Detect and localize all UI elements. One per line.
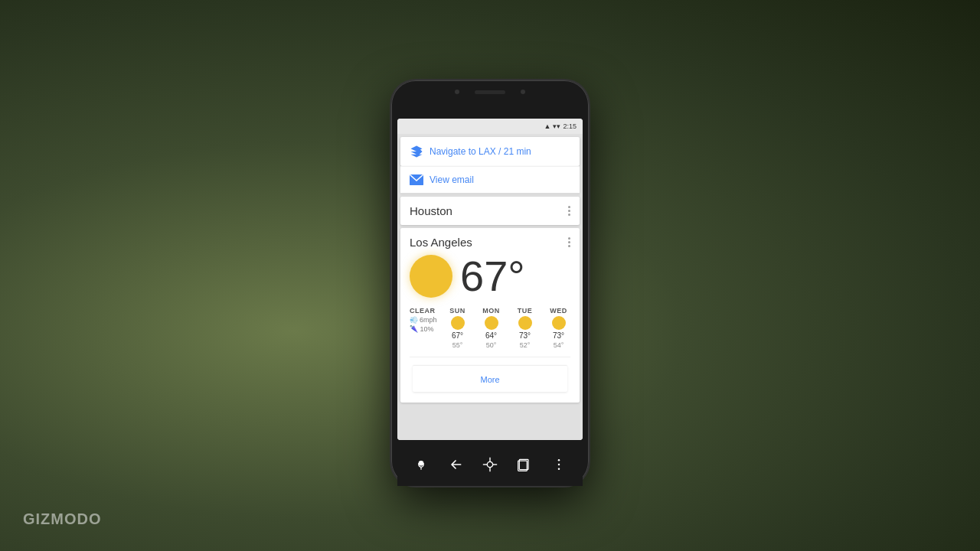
temperature-display: 67° xyxy=(460,255,525,298)
back-button[interactable] xyxy=(443,452,468,477)
day-wed-high: 73° xyxy=(553,331,564,340)
speaker-grille xyxy=(475,90,505,94)
overflow-menu-button[interactable] xyxy=(547,452,571,477)
day-mon-label: MON xyxy=(482,307,500,315)
precipitation-info: 🌂 10% xyxy=(410,325,437,333)
forecast-day-tue: TUE 73° 52° xyxy=(511,307,540,349)
gizmodo-watermark: GIZMODO xyxy=(23,510,102,528)
mic-button[interactable] xyxy=(409,452,433,477)
svg-point-4 xyxy=(487,461,492,467)
sensor xyxy=(521,90,525,94)
weather-overflow-menu[interactable] xyxy=(568,237,570,247)
day-tue-low: 52° xyxy=(520,341,531,349)
day-mon-high: 64° xyxy=(485,331,497,340)
recents-button[interactable] xyxy=(512,452,537,477)
navigate-icon xyxy=(410,145,423,158)
home-button[interactable] xyxy=(478,452,502,477)
weather-card[interactable]: Los Angeles 67° xyxy=(400,228,580,403)
overflow-menu-icon xyxy=(551,457,567,472)
wifi-icon: ▾▾ xyxy=(553,122,560,130)
android-nav-bar xyxy=(397,443,583,486)
forecast-row: SUN 67° 55° MON 64° 50° xyxy=(443,307,573,349)
forecast-day-wed: WED 73° 54° xyxy=(544,307,573,349)
phone-screen: ▲ ▾▾ 2:15 Navigate to LAX / 21 min xyxy=(397,119,583,440)
divider-1 xyxy=(400,193,580,194)
cards-area[interactable]: Navigate to LAX / 21 min View email xyxy=(397,134,583,440)
email-icon xyxy=(410,174,423,185)
email-link-text: View email xyxy=(430,174,474,185)
day-sun-label: SUN xyxy=(449,307,466,315)
precip-icon: 🌂 xyxy=(410,325,418,333)
navigate-text: Navigate to LAX / 21 min xyxy=(430,146,531,157)
phone-device: ▲ ▾▾ 2:15 Navigate to LAX / 21 min xyxy=(391,80,589,486)
status-icons: ▲ ▾▾ 2:15 xyxy=(544,122,577,130)
navigate-card[interactable]: Navigate to LAX / 21 min xyxy=(400,137,580,166)
weather-city-name: Los Angeles xyxy=(410,236,472,249)
day-sun-high: 67° xyxy=(452,331,463,340)
wind-info: 💨 6mph xyxy=(410,316,437,324)
day-tue-high: 73° xyxy=(519,331,531,340)
day-sun-icon xyxy=(451,316,465,330)
day-tue-icon xyxy=(518,316,532,330)
scene: ▲ ▾▾ 2:15 Navigate to LAX / 21 min xyxy=(0,0,980,551)
time-display: 2:15 xyxy=(563,122,577,130)
signal-icon: ▲ xyxy=(544,122,551,130)
more-weather-button[interactable]: More xyxy=(413,365,567,392)
day-tue-label: TUE xyxy=(518,307,533,315)
condition-label: CLEAR xyxy=(410,307,437,315)
wind-speed: 6mph xyxy=(420,316,437,324)
home-icon xyxy=(482,456,498,473)
condition-details: CLEAR 💨 6mph 🌂 10% xyxy=(410,307,437,333)
phone-top xyxy=(455,90,525,94)
recents-icon xyxy=(517,457,532,472)
sun-icon xyxy=(410,255,452,298)
day-wed-low: 54° xyxy=(554,341,564,349)
precip-value: 10% xyxy=(420,325,434,333)
day-sun-low: 55° xyxy=(452,341,463,349)
current-conditions: CLEAR 💨 6mph 🌂 10% xyxy=(410,307,570,357)
dot-6 xyxy=(568,245,570,247)
forecast-day-mon: MON 64° 50° xyxy=(477,307,506,349)
dot-1 xyxy=(568,206,570,208)
svg-point-11 xyxy=(558,459,560,461)
status-bar: ▲ ▾▾ 2:15 xyxy=(397,119,583,134)
day-wed-icon xyxy=(552,316,566,330)
more-label: More xyxy=(480,375,499,384)
wind-icon: 💨 xyxy=(410,316,418,324)
dot-5 xyxy=(568,241,570,243)
back-icon xyxy=(448,457,463,472)
day-wed-label: WED xyxy=(550,307,567,315)
mic-icon xyxy=(413,457,429,472)
svg-point-13 xyxy=(558,468,560,471)
svg-point-2 xyxy=(418,461,423,466)
weather-main-display: 67° xyxy=(410,255,570,298)
houston-city-name: Houston xyxy=(410,204,452,217)
dot-4 xyxy=(568,237,570,240)
front-camera xyxy=(455,90,459,94)
weather-card-header: Los Angeles xyxy=(410,236,570,249)
houston-overflow-menu[interactable] xyxy=(568,206,570,216)
dot-2 xyxy=(568,210,570,212)
day-mon-low: 50° xyxy=(486,341,497,349)
email-card[interactable]: View email xyxy=(400,166,580,193)
svg-point-12 xyxy=(558,464,560,466)
houston-card[interactable]: Houston xyxy=(400,197,580,225)
dot-3 xyxy=(568,214,570,216)
day-mon-icon xyxy=(485,316,498,330)
forecast-day-sun: SUN 67° 55° xyxy=(443,307,472,349)
